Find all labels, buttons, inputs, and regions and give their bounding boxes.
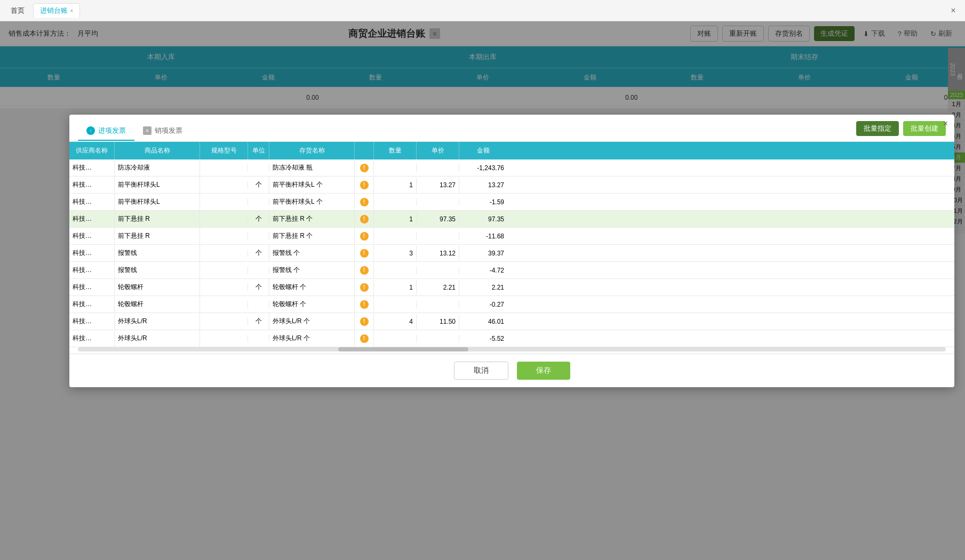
td-unit [248, 301, 269, 308]
table-row[interactable]: 科技… 外球头L/R 外球头L/R 个 ! -5.52 [69, 330, 954, 347]
td-unit [248, 267, 269, 274]
td-price [417, 301, 459, 308]
td-warning: ! [355, 262, 374, 278]
income-tab-label: 进项发票 [98, 126, 126, 135]
table-row[interactable]: 科技… 轮毂螺杆 个 轮毂螺杆 个 ! 1 2.21 2.21 [69, 279, 954, 296]
th-price: 单价 [417, 142, 459, 159]
td-warning: ! [355, 194, 374, 210]
td-supplier: 科技… [69, 177, 115, 193]
td-price: 13.27 [417, 178, 459, 193]
th-amount: 金额 [459, 142, 507, 159]
td-qty [374, 301, 417, 308]
table-row[interactable]: 科技… 前平衡杆球头L 个 前平衡杆球头L 个 ! 1 13.27 13.27 [69, 177, 954, 194]
td-warning: ! [355, 331, 374, 347]
td-warning: ! [355, 228, 374, 244]
warning-icon[interactable]: ! [360, 215, 369, 223]
modal-close-button[interactable]: × [943, 119, 948, 129]
td-supplier: 科技… [69, 279, 115, 295]
td-qty: 4 [374, 314, 417, 329]
td-supplier: 科技… [69, 296, 115, 313]
income-tab-icon: ↑ [86, 126, 95, 135]
warning-icon[interactable]: ! [360, 317, 369, 326]
td-spec [200, 250, 248, 257]
modal-scrollbar-thumb [338, 347, 468, 351]
warning-icon[interactable]: ! [360, 164, 369, 172]
batch-create-button[interactable]: 批量创建 [903, 121, 946, 136]
tab-active[interactable]: 进销台账 × [33, 3, 80, 18]
th-spec: 规格型号 [200, 142, 248, 159]
td-product: 前平衡杆球头L [115, 194, 200, 210]
table-row[interactable]: 科技… 防冻冷却液 防冻冷却液 瓶 ! -1,243.76 [69, 159, 954, 177]
td-qty: 3 [374, 246, 417, 261]
td-unit: 个 [248, 279, 269, 295]
td-spec [200, 267, 248, 274]
th-product: 商品名称 [115, 142, 200, 159]
tab-sales-invoice[interactable]: ≡ 销项发票 [134, 122, 191, 141]
warning-icon[interactable]: ! [360, 266, 369, 275]
td-product: 前下悬挂 R [115, 211, 200, 227]
th-inventory: 存货名称 [269, 142, 355, 159]
td-inventory: 防冻冷却液 瓶 [269, 159, 355, 176]
table-row[interactable]: 科技… 前下悬挂 R 个 前下悬挂 R 个 ! 1 97.35 97.35 [69, 211, 954, 228]
td-spec [200, 318, 248, 325]
td-amount: 46.01 [459, 314, 507, 329]
table-row[interactable]: 科技… 报警线 报警线 个 ! -4.72 [69, 262, 954, 279]
warning-icon[interactable]: ! [360, 249, 369, 258]
td-inventory: 轮毂螺杆 个 [269, 279, 355, 295]
td-price [417, 198, 459, 206]
td-inventory: 轮毂螺杆 个 [269, 296, 355, 313]
modal-scrollbar[interactable] [78, 347, 946, 351]
td-spec [200, 181, 248, 189]
top-bar: 首页 进销台账 × × [0, 0, 965, 21]
td-unit: 个 [248, 211, 269, 227]
save-button[interactable]: 保存 [517, 362, 570, 380]
warning-icon[interactable]: ! [360, 181, 369, 189]
td-qty [374, 267, 417, 274]
batch-assign-button[interactable]: 批量指定 [856, 121, 899, 136]
modal-actions: 批量指定 批量创建 [856, 121, 946, 141]
table-row[interactable]: 科技… 轮毂螺杆 轮毂螺杆 个 ! -0.27 [69, 296, 954, 313]
warning-icon[interactable]: ! [360, 232, 369, 241]
td-supplier: 科技… [69, 194, 115, 210]
table-row[interactable]: 科技… 报警线 个 报警线 个 ! 3 13.12 39.37 [69, 245, 954, 262]
tab-active-label: 进销台账 [40, 6, 68, 15]
warning-icon[interactable]: ! [360, 198, 369, 206]
td-supplier: 科技… [69, 245, 115, 261]
td-spec [200, 284, 248, 291]
modal-header: ↑ 进项发票 ≡ 销项发票 批量指定 批量创建 × [69, 115, 954, 142]
th-warn [355, 142, 374, 159]
td-inventory: 前平衡杆球头L 个 [269, 177, 355, 193]
tab-close-icon[interactable]: × [70, 7, 73, 14]
td-warning: ! [355, 245, 374, 261]
warning-icon[interactable]: ! [360, 300, 369, 309]
modal-table-body: 科技… 防冻冷却液 防冻冷却液 瓶 ! -1,243.76 科技… 前平衡杆球头… [69, 159, 954, 347]
table-row[interactable]: 科技… 前平衡杆球头L 前平衡杆球头L 个 ! -1.59 [69, 194, 954, 211]
td-product: 轮毂螺杆 [115, 296, 200, 313]
td-warning: ! [355, 297, 374, 313]
td-qty: 1 [374, 178, 417, 193]
th-qty: 数量 [374, 142, 417, 159]
tab-income-invoice[interactable]: ↑ 进项发票 [78, 122, 134, 141]
main-content: 销售成本计算方法： 月平均 商贸企业进销台账 ≡ 对账 重新开账 存货别名 生成… [0, 21, 965, 560]
td-warning: ! [355, 279, 374, 295]
td-spec [200, 164, 248, 172]
td-warning: ! [355, 314, 374, 330]
td-product: 轮毂螺杆 [115, 279, 200, 295]
table-row[interactable]: 科技… 前下悬挂 R 前下悬挂 R 个 ! -11.68 [69, 228, 954, 245]
modal-footer: 取消 保存 [69, 354, 954, 387]
td-amount: -4.72 [459, 263, 507, 278]
td-product: 防冻冷却液 [115, 159, 200, 176]
table-row[interactable]: 科技… 外球头L/R 个 外球头L/R 个 ! 4 11.50 46.01 [69, 313, 954, 330]
td-amount: 39.37 [459, 246, 507, 261]
td-warning: ! [355, 211, 374, 227]
td-qty [374, 335, 417, 342]
td-spec [200, 233, 248, 240]
cancel-button[interactable]: 取消 [454, 362, 508, 380]
warning-icon[interactable]: ! [360, 283, 369, 292]
window-close-button[interactable]: × [946, 3, 961, 18]
td-supplier: 科技… [69, 228, 115, 244]
td-supplier: 科技… [69, 159, 115, 176]
tab-home[interactable]: 首页 [4, 4, 31, 18]
td-inventory: 前下悬挂 R 个 [269, 228, 355, 244]
warning-icon[interactable]: ! [360, 334, 369, 343]
